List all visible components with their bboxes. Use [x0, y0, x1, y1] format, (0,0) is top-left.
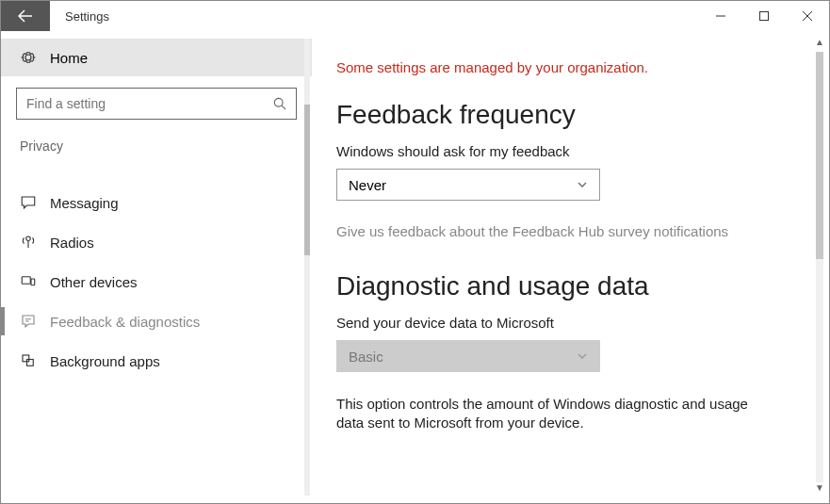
diagnostic-description: This option controls the amount of Windo…: [336, 395, 770, 433]
maximize-button[interactable]: [742, 1, 786, 31]
messaging-icon: [20, 194, 50, 211]
close-button[interactable]: [786, 1, 829, 31]
search-icon: [273, 97, 286, 110]
radios-icon: [20, 234, 50, 251]
minimize-button[interactable]: [699, 1, 742, 31]
sidebar-item-background-apps[interactable]: Background apps: [1, 341, 312, 381]
sidebar-scrollbar[interactable]: [304, 39, 310, 496]
diagnostic-label: Send your device data to Microsoft: [336, 315, 801, 331]
svg-rect-1: [760, 12, 769, 21]
svg-rect-6: [23, 355, 29, 362]
org-managed-message: Some settings are managed by your organi…: [336, 59, 801, 75]
feedback-hub-link[interactable]: Give us feedback about the Feedback Hub …: [336, 223, 801, 239]
feedback-frequency-label: Windows should ask for my feedback: [336, 143, 801, 159]
sidebar-item-radios[interactable]: Radios: [1, 222, 312, 262]
maximize-icon: [759, 11, 769, 21]
window-controls: [699, 1, 829, 31]
other-devices-icon: [20, 273, 50, 290]
feedback-icon: [20, 313, 50, 330]
svg-line-3: [282, 106, 285, 109]
scroll-down-arrow[interactable]: ▼: [813, 482, 826, 497]
arrow-left-icon: [18, 8, 33, 24]
sidebar-item-feedback-diagnostics[interactable]: Feedback & diagnostics: [1, 301, 312, 341]
search-input[interactable]: [26, 96, 273, 111]
sidebar-nav: Messaging Radios Other devices Feedback …: [1, 157, 312, 381]
sidebar: Home Privacy Messaging: [1, 31, 312, 503]
home-label: Home: [50, 50, 88, 66]
sidebar-item-label: Other devices: [50, 274, 138, 290]
sidebar-item-label: Radios: [50, 235, 94, 251]
search-box[interactable]: [16, 88, 297, 120]
feedback-frequency-dropdown[interactable]: Never: [336, 169, 600, 201]
main-scrollbar[interactable]: ▲ ▼: [813, 37, 826, 497]
sidebar-item-other-devices[interactable]: Other devices: [1, 262, 312, 301]
svg-rect-5: [31, 279, 35, 285]
diagnostic-dropdown: Basic: [336, 340, 600, 372]
content-area: Home Privacy Messaging: [1, 31, 829, 503]
feedback-frequency-heading: Feedback frequency: [336, 100, 801, 130]
minimize-icon: [716, 11, 725, 21]
dropdown-value: Never: [349, 177, 386, 193]
main-panel: Some settings are managed by your organi…: [312, 31, 829, 503]
svg-point-2: [274, 98, 283, 106]
sidebar-scrollbar-thumb[interactable]: [304, 105, 310, 255]
close-icon: [803, 11, 812, 21]
sidebar-item-label: Messaging: [50, 195, 119, 211]
window-title: Settings: [50, 1, 699, 31]
diagnostic-heading: Diagnostic and usage data: [336, 271, 801, 301]
chevron-down-icon: [577, 350, 588, 362]
background-apps-icon: [20, 352, 50, 369]
scroll-up-arrow[interactable]: ▲: [813, 37, 826, 52]
svg-rect-4: [22, 277, 30, 285]
back-button[interactable]: [1, 1, 50, 31]
home-nav[interactable]: Home: [1, 39, 312, 76]
main-scrollbar-thumb[interactable]: [816, 52, 823, 259]
chevron-down-icon: [577, 179, 588, 190]
dropdown-value: Basic: [349, 349, 383, 365]
sidebar-item-label: Background apps: [50, 353, 160, 369]
gear-icon: [20, 49, 50, 66]
svg-rect-7: [27, 360, 34, 366]
sidebar-item-messaging[interactable]: Messaging: [1, 183, 312, 222]
sidebar-section-label: Privacy: [1, 131, 312, 157]
sidebar-item-label: Feedback & diagnostics: [50, 314, 200, 330]
sidebar-item-label: [50, 157, 54, 173]
sidebar-item-email[interactable]: [1, 157, 312, 183]
titlebar: Settings: [1, 1, 829, 31]
